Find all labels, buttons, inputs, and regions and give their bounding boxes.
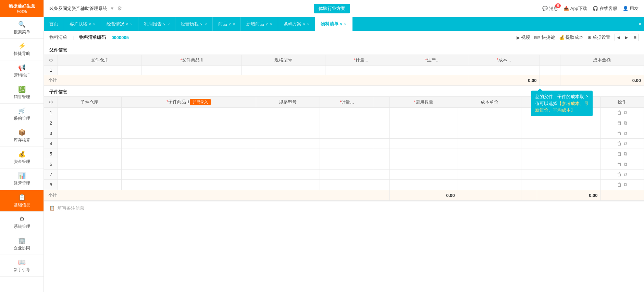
sidebar-item-enterprise[interactable]: 🏢 企业协同: [0, 233, 44, 255]
breadcrumb-child[interactable]: 物料清单编码: [79, 34, 106, 40]
child-row-8-product[interactable]: [121, 180, 256, 190]
sidebar-item-search[interactable]: 🔍 搜索菜单: [0, 17, 44, 39]
child-row-3-spec[interactable]: [256, 128, 320, 139]
child-row-5-product[interactable]: [121, 149, 256, 159]
child-row-2-qty[interactable]: [389, 118, 458, 128]
parent-col-settings-header[interactable]: ⚙: [44, 55, 58, 66]
breadcrumb-parent[interactable]: 物料清单: [49, 34, 67, 40]
child-row-1-unit-cost[interactable]: [458, 108, 521, 118]
tab-ops-close[interactable]: ×: [130, 22, 132, 26]
child-row-3-delete-icon[interactable]: 🗑: [617, 130, 622, 136]
sidebar-item-system[interactable]: ⚙ 系统管理: [0, 212, 44, 233]
sidebar-item-fastnav[interactable]: ⚡ 快捷导航: [0, 39, 44, 60]
sidebar-item-operations[interactable]: 📊 经营管理: [0, 168, 44, 190]
expand-btn[interactable]: ⊞: [631, 34, 639, 41]
child-row-4-product[interactable]: [121, 139, 256, 149]
child-row-2-warehouse[interactable]: [58, 118, 122, 128]
user-action[interactable]: 👤 用友: [623, 5, 639, 12]
child-row-4-unit-cost[interactable]: [458, 139, 521, 149]
gear-settings-icon[interactable]: ⚙: [117, 5, 122, 12]
parent-row-1-unit[interactable]: [325, 66, 397, 75]
sidebar-item-finance[interactable]: 💰 资金管理: [0, 147, 44, 168]
tab-operations[interactable]: 经营情况 ∨ ×: [101, 17, 138, 31]
tab-new-product[interactable]: 新增商品 ∨ ×: [241, 17, 278, 31]
child-row-5-delete-icon[interactable]: 🗑: [617, 151, 622, 157]
child-row-1-product[interactable]: [121, 108, 256, 118]
tab-bom[interactable]: 物料清单 ∨ ×: [315, 17, 352, 31]
child-row-8-unit[interactable]: [320, 180, 374, 190]
child-row-3-warehouse[interactable]: [58, 128, 122, 139]
child-row-2-product[interactable]: [121, 118, 256, 128]
shortcut-btn[interactable]: ⌨ 快捷键: [534, 34, 555, 40]
child-row-8-copy-icon[interactable]: ⧉: [624, 182, 627, 188]
child-row-1-spec[interactable]: [256, 108, 320, 118]
child-row-1-unit[interactable]: [320, 108, 374, 118]
child-row-8-delete-icon[interactable]: 🗑: [617, 182, 622, 188]
sidebar-item-basic-info[interactable]: 📋 基础信息: [0, 190, 44, 212]
close-all-button[interactable]: ×: [636, 21, 644, 27]
tab-home[interactable]: 首页: [44, 17, 64, 31]
child-row-6-delete-icon[interactable]: 🗑: [617, 161, 622, 167]
child-row-7-delete-icon[interactable]: 🗑: [617, 172, 622, 177]
sidebar-item-purchase[interactable]: 🛒 采购管理: [0, 104, 44, 125]
child-row-4-copy-icon[interactable]: ⧉: [624, 141, 627, 147]
dropdown-arrow-icon[interactable]: ▼: [110, 6, 114, 11]
child-row-4-qty[interactable]: [389, 139, 458, 149]
child-row-2-delete-icon[interactable]: 🗑: [617, 120, 622, 126]
child-col-settings-header[interactable]: ⚙: [44, 97, 58, 108]
sidebar-item-sales[interactable]: 💹 销售管理: [0, 82, 44, 104]
sidebar-item-guide[interactable]: 📖 新手引导: [0, 255, 44, 277]
tab-profit-close[interactable]: ×: [168, 22, 170, 26]
child-row-6-copy-icon[interactable]: ⧉: [624, 161, 627, 167]
view-btn[interactable]: ▶ 视频: [517, 34, 530, 40]
app-download-action[interactable]: 📥 App下载: [564, 5, 587, 12]
child-row-6-warehouse[interactable]: [58, 159, 122, 170]
child-row-5-copy-icon[interactable]: ⧉: [624, 151, 627, 157]
child-row-6-qty[interactable]: [389, 159, 458, 170]
child-row-1-copy-icon[interactable]: ⧉: [624, 110, 627, 116]
bottom-bar-text[interactable]: 填写备注信息: [58, 205, 84, 211]
tab-history-close[interactable]: ×: [205, 22, 207, 26]
message-action[interactable]: 💬 消息 6: [542, 5, 558, 12]
child-row-7-unit-cost[interactable]: [458, 170, 521, 180]
child-row-7-qty[interactable]: [389, 170, 458, 180]
child-row-5-unit-cost[interactable]: [458, 149, 521, 159]
tab-bom-close[interactable]: ×: [344, 22, 346, 26]
parent-row-1-spec[interactable]: [242, 66, 325, 75]
tab-barcode-close[interactable]: ×: [307, 22, 309, 26]
single-settings-btn[interactable]: ⚙ 单据设置: [587, 34, 610, 40]
prev-btn[interactable]: ◀: [615, 34, 622, 41]
child-row-3-unit-cost[interactable]: [458, 128, 521, 139]
parent-row-1-warehouse[interactable]: [58, 66, 141, 75]
parent-row-1-cost[interactable]: [468, 66, 540, 75]
child-row-7-copy-icon[interactable]: ⧉: [624, 172, 627, 177]
child-row-8-warehouse[interactable]: [58, 180, 122, 190]
child-row-6-unit[interactable]: [320, 159, 374, 170]
child-row-4-delete-icon[interactable]: 🗑: [617, 141, 622, 147]
child-row-8-qty[interactable]: [389, 180, 458, 190]
tab-product-close[interactable]: ×: [233, 22, 235, 26]
child-row-6-unit-cost[interactable]: [458, 159, 521, 170]
child-row-3-unit[interactable]: [320, 128, 374, 139]
child-row-2-unit[interactable]: [320, 118, 374, 128]
parent-row-1-product[interactable]: [141, 66, 242, 75]
sidebar-item-inventory[interactable]: 📦 库存核算: [0, 125, 44, 147]
next-btn[interactable]: ▶: [623, 34, 630, 41]
tab-profit[interactable]: 利润报告 ∨ ×: [138, 17, 175, 31]
sidebar-item-marketing[interactable]: 📢 营销推广: [0, 60, 44, 82]
child-row-4-warehouse[interactable]: [58, 139, 122, 149]
online-service-action[interactable]: 🎧 在线客服: [593, 5, 617, 12]
child-row-8-unit-cost[interactable]: [458, 180, 521, 190]
child-row-5-qty[interactable]: [389, 149, 458, 159]
child-row-2-unit-cost[interactable]: [458, 118, 521, 128]
tab-new-product-close[interactable]: ×: [270, 22, 272, 26]
child-row-3-copy-icon[interactable]: ⧉: [624, 130, 627, 136]
tab-barcode[interactable]: 条码方案 ∨ ×: [278, 17, 315, 31]
child-row-5-spec[interactable]: [256, 149, 320, 159]
trial-button[interactable]: 体验行业方案: [314, 4, 350, 13]
child-row-8-spec[interactable]: [256, 180, 320, 190]
child-row-1-delete-icon[interactable]: 🗑: [617, 110, 622, 116]
child-row-6-product[interactable]: [121, 159, 256, 170]
child-row-7-warehouse[interactable]: [58, 170, 122, 180]
extract-cost-btn[interactable]: 💰 提取成本: [559, 34, 583, 40]
